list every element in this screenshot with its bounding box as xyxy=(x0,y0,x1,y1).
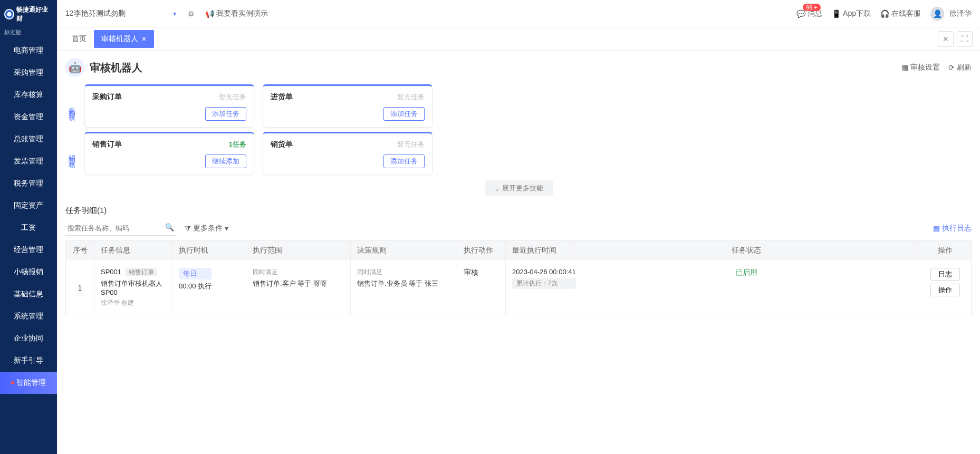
group-label-sales: 销售审核 xyxy=(65,132,78,175)
sidebar-item-basic[interactable]: 基础信息 xyxy=(0,283,57,305)
sidebar-item-system[interactable]: 系统管理 xyxy=(0,305,57,327)
search-input[interactable] xyxy=(65,221,176,236)
sidebar-item-funds[interactable]: 资金管理 xyxy=(0,106,57,128)
sidebar-item-tax[interactable]: 税务管理 xyxy=(0,172,57,195)
search-icon[interactable]: 🔍 xyxy=(165,223,174,231)
robot-icon: 🤖 xyxy=(65,58,84,77)
col-scope: 执行范围 xyxy=(246,240,351,260)
sidebar-item-operation[interactable]: 经营管理 xyxy=(0,239,57,261)
cell-rule: 同时满足 销售订单.业务员 等于 张三 xyxy=(351,260,457,315)
exec-time: 00:00 执行 xyxy=(179,282,212,291)
col-ops: 操作 xyxy=(919,240,971,260)
avatar-icon: 👤 xyxy=(930,7,944,21)
expand-more-skills-button[interactable]: ⌄ 展开更多技能 xyxy=(485,180,553,196)
frequency-tag: 每日 xyxy=(179,268,212,279)
audit-settings-button[interactable]: ▦ 审核设置 xyxy=(901,63,940,72)
log-icon: ▦ xyxy=(933,224,940,233)
cell-time: 每日 00:00 执行 xyxy=(172,260,246,315)
settings-icon: ▦ xyxy=(901,63,908,72)
card-status: 暂无任务 xyxy=(397,92,425,102)
col-status: 任务状态 xyxy=(573,240,919,260)
refresh-icon: ⟳ xyxy=(948,63,955,72)
card-purchase-order: 采购订单 暂无任务 添加任务 xyxy=(84,84,254,128)
refresh-button[interactable]: ⟳ 刷新 xyxy=(948,63,972,72)
cell-lasttime: 2023-04-26 00:00:41 累计执行：2次 xyxy=(506,260,573,315)
card-status: 1任务 xyxy=(229,140,246,149)
user-menu[interactable]: 👤 徐泽华 xyxy=(930,7,972,21)
exec-count: 累计执行：2次 xyxy=(512,278,576,289)
sidebar-item-invoice[interactable]: 发票管理 xyxy=(0,150,57,172)
table-header: 序号 任务信息 执行时机 执行范围 决策规则 执行动作 最近执行时间 任务状态 … xyxy=(66,240,971,260)
card-title: 销货单 xyxy=(271,140,293,149)
cell-scope: 同时满足 销售订单.客户 等于 呀呀 xyxy=(246,260,351,315)
card-status: 暂无任务 xyxy=(397,140,425,149)
fullscreen-button[interactable]: ⛶ xyxy=(957,31,973,47)
chevron-down-icon: ▾ xyxy=(225,224,228,233)
col-rule: 决策规则 xyxy=(351,240,457,260)
card-status: 暂无任务 xyxy=(219,92,246,102)
org-name: 12李艳芬测试勿删 xyxy=(65,9,126,18)
support-button[interactable]: 🎧 在线客服 xyxy=(880,9,921,18)
chevron-down-icon: ▾ xyxy=(173,10,176,17)
status-badge: 已启用 xyxy=(735,268,757,277)
col-action: 执行动作 xyxy=(457,240,506,260)
sidebar-item-purchasing[interactable]: 采购管理 xyxy=(0,62,57,84)
sidebar-item-collab[interactable]: 企业协同 xyxy=(0,327,57,350)
sidebar-item-inventory[interactable]: 库存核算 xyxy=(0,84,57,106)
filter-icon: ⧩ xyxy=(185,224,191,233)
sidebar-item-salary[interactable]: 工资 xyxy=(0,217,57,239)
org-selector[interactable]: 12李艳芬测试勿删 ▾ xyxy=(65,9,181,18)
sidebar: 畅捷通好业财 标准版 电商管理 采购管理 库存核算 资金管理 总账管理 发票管理… xyxy=(0,0,57,454)
add-task-button[interactable]: 添加任务 xyxy=(383,107,425,121)
close-icon[interactable]: ✕ xyxy=(141,35,147,43)
group-label-purchase: 采购审核 xyxy=(65,84,78,128)
tab-audit-robot[interactable]: 审核机器人 ✕ xyxy=(94,30,154,48)
task-code: SP001 xyxy=(101,268,121,276)
sidebar-item-guide[interactable]: 新手引导 xyxy=(0,350,57,372)
more-conditions-button[interactable]: ⧩ 更多条件 ▾ xyxy=(185,224,228,233)
add-task-button[interactable]: 添加任务 xyxy=(383,154,425,168)
cell-seq: 1 xyxy=(66,260,94,315)
close-tab-button[interactable]: ✕ xyxy=(938,31,954,47)
tabs-row: 首页 审核机器人 ✕ ✕ ⛶ xyxy=(57,27,980,51)
last-exec-timestamp: 2023-04-26 00:00:41 xyxy=(512,268,576,276)
filter-row: 🔍 ⧩ 更多条件 ▾ ▦ 执行日志 xyxy=(65,221,972,236)
col-lasttime: 最近执行时间 xyxy=(506,240,573,260)
sidebar-item-assets[interactable]: 固定资产 xyxy=(0,195,57,217)
brand-block: 畅捷通好业财 xyxy=(0,0,57,28)
double-chevron-down-icon: ⌄ xyxy=(494,185,500,192)
sidebar-item-ecommerce[interactable]: 电商管理 xyxy=(0,40,57,62)
cell-ops: 日志 操作 xyxy=(919,260,971,315)
headset-icon: 🎧 xyxy=(880,9,889,18)
sidebar-item-reimburse[interactable]: 小畅报销 xyxy=(0,261,57,283)
col-info: 任务信息 xyxy=(94,240,172,260)
messages-button[interactable]: 💬 消息 99 + xyxy=(796,9,822,18)
page-header: 🤖 审核机器人 ▦ 审核设置 ⟳ 刷新 xyxy=(65,58,972,77)
sidebar-item-smart[interactable]: 智能管理 xyxy=(0,372,57,394)
sidebar-item-ledger[interactable]: 总账管理 xyxy=(0,128,57,150)
page-title: 审核机器人 xyxy=(90,61,142,75)
cell-action: 审核 xyxy=(457,260,506,315)
tab-home[interactable]: 首页 xyxy=(64,30,94,48)
col-time: 执行时机 xyxy=(172,240,246,260)
card-title: 采购订单 xyxy=(92,92,122,102)
row-operate-button[interactable]: 操作 xyxy=(930,284,960,296)
col-seq: 序号 xyxy=(66,240,94,260)
notification-dot-icon xyxy=(11,381,14,384)
top-header: 12李艳芬测试勿删 ▾ ⚙ 📢 我要看实例演示 💬 消息 99 + 📱 App下… xyxy=(57,0,980,27)
table-row: 1 SP001 销售订单 销售订单审核机器人SP00 徐泽华 创建 xyxy=(66,260,971,315)
card-title: 销售订单 xyxy=(92,140,122,149)
app-download-button[interactable]: 📱 App下载 xyxy=(832,9,871,18)
brand-edition: 标准版 xyxy=(0,28,57,40)
continue-add-button[interactable]: 继续添加 xyxy=(205,154,246,168)
sidebar-nav: 电商管理 采购管理 库存核算 资金管理 总账管理 发票管理 税务管理 固定资产 … xyxy=(0,40,57,454)
card-title: 进货单 xyxy=(271,92,293,102)
exec-log-link[interactable]: ▦ 执行日志 xyxy=(933,224,972,233)
brand-name: 畅捷通好业财 xyxy=(16,5,53,23)
gear-icon[interactable]: ⚙ xyxy=(188,9,195,18)
demo-link[interactable]: 📢 我要看实例演示 xyxy=(205,9,268,18)
messages-badge: 99 + xyxy=(803,4,821,11)
row-log-button[interactable]: 日志 xyxy=(930,268,960,281)
add-task-button[interactable]: 添加任务 xyxy=(205,107,246,121)
task-type-tag: 销售订单 xyxy=(126,268,157,276)
